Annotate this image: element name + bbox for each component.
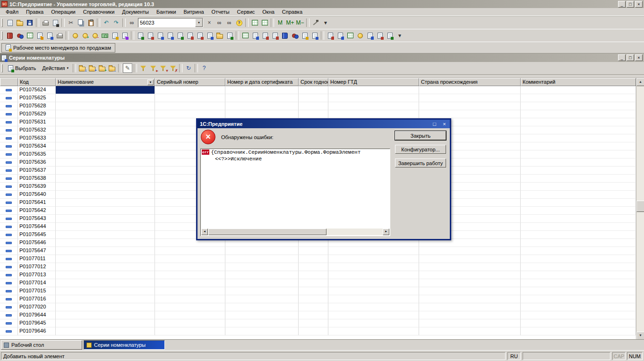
window-tab-series[interactable]: Серии номенклатуры <box>84 340 165 350</box>
table-row[interactable]: P01079646 <box>0 327 636 335</box>
spreadsheet-icon[interactable] <box>250 18 259 27</box>
column-header-serial[interactable]: Серийный номер <box>155 78 225 86</box>
warehouse-icon[interactable] <box>215 31 224 40</box>
cell-empty[interactable] <box>521 311 636 319</box>
cell-empty[interactable] <box>56 94 155 102</box>
cell-code[interactable]: P01075642 <box>18 207 56 215</box>
cell-empty[interactable] <box>419 279 521 287</box>
toolbar-overflow-icon[interactable]: ▾ <box>321 18 330 27</box>
cell-empty[interactable] <box>419 263 521 271</box>
table-row[interactable]: P01077013 <box>0 271 636 279</box>
cell-empty[interactable] <box>521 183 636 191</box>
cell-empty[interactable] <box>299 94 328 102</box>
cell-empty[interactable] <box>225 311 299 319</box>
cell-empty[interactable] <box>56 295 155 303</box>
cell-code[interactable]: P01077016 <box>18 295 56 303</box>
cell-empty[interactable] <box>521 86 636 94</box>
cell-code[interactable]: P01075640 <box>18 191 56 199</box>
cell-empty[interactable] <box>225 94 299 102</box>
cell-empty[interactable] <box>225 110 299 118</box>
cell-empty[interactable] <box>56 215 155 223</box>
filter-settings-icon[interactable]: ▾ <box>158 63 168 73</box>
cell-empty[interactable] <box>56 126 155 134</box>
selected-cell[interactable] <box>56 86 155 94</box>
cell-empty[interactable] <box>419 94 521 102</box>
cell-empty[interactable] <box>56 199 155 207</box>
refresh-icon[interactable]: ↻ <box>184 63 193 73</box>
cell-empty[interactable] <box>225 86 299 94</box>
cell-empty[interactable] <box>155 86 225 94</box>
clear-search-icon[interactable]: × <box>205 18 214 27</box>
cell-empty[interactable] <box>521 142 636 150</box>
child-restore-button[interactable]: □ <box>627 54 634 61</box>
cell-code[interactable]: P01075643 <box>18 215 56 223</box>
managers-icon[interactable] <box>290 31 300 40</box>
cell-code[interactable]: P01077012 <box>18 263 56 271</box>
cell-code[interactable]: P01075644 <box>18 223 56 231</box>
toolbar-grip[interactable] <box>1 31 3 40</box>
cell-empty[interactable] <box>521 231 636 239</box>
menu-item-file[interactable]: Файл <box>2 9 22 15</box>
cut-icon[interactable]: ✂ <box>66 18 76 27</box>
cell-empty[interactable] <box>299 327 328 335</box>
open-icon[interactable] <box>15 18 25 27</box>
toolbar-grip[interactable] <box>1 64 3 72</box>
cell-empty[interactable] <box>56 231 155 239</box>
print-icon[interactable] <box>41 18 50 27</box>
new-group-icon[interactable]: + <box>97 63 107 73</box>
spreadsheet-edit-icon[interactable] <box>260 18 269 27</box>
cell-code[interactable]: P01075639 <box>18 183 56 191</box>
cell-empty[interactable] <box>521 126 636 134</box>
cell-empty[interactable] <box>155 303 225 311</box>
cell-empty[interactable] <box>56 175 155 183</box>
counterparties-icon[interactable] <box>5 31 15 40</box>
cell-empty[interactable] <box>521 327 636 335</box>
horizontal-scrollbar[interactable]: ◄ ► <box>201 229 389 235</box>
table-row[interactable]: P01075624 <box>0 86 636 94</box>
cell-empty[interactable] <box>328 319 419 327</box>
cell-empty[interactable] <box>299 263 328 271</box>
cell-empty[interactable] <box>419 102 521 110</box>
scroll-down-icon[interactable]: ▼ <box>636 332 644 340</box>
cell-empty[interactable] <box>155 102 225 110</box>
cell-empty[interactable] <box>56 223 155 231</box>
cell-empty[interactable] <box>419 327 521 335</box>
price-doc-icon[interactable] <box>300 31 309 40</box>
shipment-doc-icon[interactable]: ↑ <box>146 31 155 40</box>
cell-empty[interactable] <box>328 327 419 335</box>
dialog-maximize-button[interactable]: □ <box>431 121 438 127</box>
cell-empty[interactable] <box>299 86 328 94</box>
table-row[interactable]: P01075628 <box>0 102 636 110</box>
cell-empty[interactable] <box>56 255 155 263</box>
menu-item-documents[interactable]: Документы <box>118 9 153 15</box>
cell-empty[interactable] <box>155 319 225 327</box>
cash-icon[interactable] <box>70 31 80 40</box>
save-icon[interactable] <box>25 18 34 27</box>
cell-code[interactable]: P01077020 <box>18 303 56 311</box>
cell-empty[interactable] <box>419 247 521 255</box>
cell-code[interactable]: P01075633 <box>18 134 56 142</box>
cell-code[interactable]: P01075632 <box>18 126 56 134</box>
cell-empty[interactable] <box>419 110 521 118</box>
menu-item-catalogs[interactable]: Справочники <box>79 9 119 15</box>
table-row[interactable]: P01075629 <box>0 110 636 118</box>
cell-empty[interactable] <box>56 207 155 215</box>
cell-empty[interactable] <box>56 167 155 175</box>
checked-doc-icon[interactable] <box>385 31 395 40</box>
document-journal-icon[interactable] <box>45 31 54 40</box>
table-row[interactable]: P01077014 <box>0 279 636 287</box>
cell-empty[interactable] <box>56 191 155 199</box>
cell-empty[interactable] <box>328 94 419 102</box>
cell-empty[interactable] <box>56 118 155 126</box>
cell-empty[interactable] <box>328 287 419 295</box>
cell-empty[interactable] <box>521 255 636 263</box>
cell-code[interactable]: P01077013 <box>18 271 56 279</box>
redo-icon[interactable]: ↷ <box>112 18 121 27</box>
cell-empty[interactable] <box>521 175 636 183</box>
scroll-up-icon[interactable]: ▲ <box>636 78 644 86</box>
cell-empty[interactable] <box>521 263 636 271</box>
menu-item-service[interactable]: Сервис <box>233 9 259 15</box>
edit-document-icon[interactable]: ✎ <box>35 31 44 40</box>
find-binoculars-icon[interactable]: ∞ <box>215 18 224 27</box>
cell-empty[interactable] <box>155 279 225 287</box>
